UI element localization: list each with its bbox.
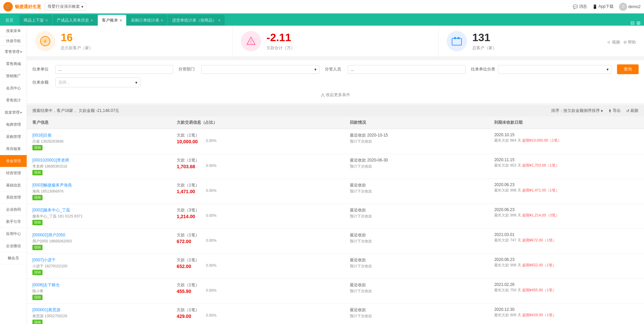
customer-tag-5: 现销 [32, 270, 43, 275]
debt-info-5: 欠款（1笔） 652.00 0.00% [177, 257, 350, 275]
overdue-link-1[interactable]: 超期¥1,703.68（1笔） [522, 163, 559, 167]
refresh-btn[interactable]: ↺ 刷新 [626, 108, 639, 114]
sidebar-item-retail-stats[interactable]: 零售统计 [0, 94, 27, 107]
debt-amount-5: 652.00 [177, 264, 199, 269]
filter-dept-input[interactable]: ▾ [201, 65, 319, 74]
overdue-link-2[interactable]: 超期¥1,471.00（1笔） [522, 188, 559, 192]
sidebar-item-ecommerce[interactable]: 电商管理 [0, 119, 27, 131]
view-btn[interactable]: ⊙ 视频 [607, 39, 620, 45]
stat-card-1: ¥ 16 总欠款客户（家） [27, 26, 233, 57]
overdue-link-3[interactable]: 超期¥1,214.00（3笔） [522, 213, 559, 217]
customer-name-2[interactable]: [0003]畅捷服务尹海燕 [32, 183, 72, 187]
sidebar-item-enterprise-coop[interactable]: 企业协同 [0, 204, 27, 216]
customer-name-7[interactable]: [000001]黄思源 [32, 307, 60, 312]
stat-card-2: ! -2.11 欠款合计（万） [233, 26, 439, 57]
store-select[interactable]: 母婴行业演示账套 ▾ [45, 3, 86, 10]
tab-minimize-icon[interactable]: ⊟ [631, 20, 635, 26]
sidebar-item-app-center[interactable]: 应用中心 [0, 228, 27, 240]
sidebar-item-marketing[interactable]: 营销推广 [0, 70, 27, 82]
tab-home[interactable]: 首页 [0, 15, 19, 26]
table-row: [0002]服务中心_丁磊 服务中心_丁磊 181 0125 8371 现销 欠… [27, 204, 644, 229]
customer-name-0[interactable]: [0016]吕俊 [32, 133, 52, 138]
chevron-down-icon: ▾ [20, 50, 22, 54]
filter-person-input[interactable]: ... [348, 65, 466, 74]
help-btn[interactable]: ⊘ 帮助 [623, 39, 636, 45]
svg-text:¥: ¥ [44, 38, 47, 44]
sidebar-item-operations[interactable]: 经营管理 [0, 167, 27, 179]
stat-label-1: 总欠款客户（家） [61, 45, 93, 51]
filter-balance-input[interactable]: 选择... ▾ [55, 78, 140, 87]
return-next-5: 预计下次收款 [350, 264, 494, 269]
collapse-row[interactable]: ⋀ 收起更多条件 [32, 91, 639, 99]
table-row: [0007]小进干 小进干 18279152100 现销 欠款（1笔） 652.… [27, 254, 644, 279]
table-row: [0006]去下粮仓 陈小希 现销 欠款（1笔） 455.90 0.00% 最近… [27, 279, 644, 304]
search-button[interactable]: 查询 [617, 64, 639, 74]
sidebar-item-retail-mgmt[interactable]: 零售管理 ▾ [0, 46, 27, 58]
filter-category-input[interactable]: ▾ [498, 65, 612, 74]
customer-name-5[interactable]: [0007]小进干 [32, 258, 56, 262]
due-overdue-3: 最长欠款 998 天 超期¥1,214.00（3笔） [494, 213, 639, 218]
sidebar-item-enterprise-wechat[interactable]: 企业微信 [0, 240, 27, 252]
chevron-down-icon: ▾ [314, 67, 316, 72]
sidebar-item-warehouse[interactable]: 库存核算 [0, 143, 27, 155]
return-info-1: 最近收款 2020-06-30 预计下次收款 [350, 157, 494, 175]
tab-maximize-icon[interactable]: ⊞ [637, 20, 641, 26]
return-date-4: 最近收款 [350, 232, 494, 238]
tab-purchase-summary[interactable]: 采购订单统计表 ✕ [127, 15, 167, 26]
sidebar-item-purchase-mgmt[interactable]: 采购管理 [0, 131, 27, 143]
debt-count-6: 欠款（1笔） [177, 282, 199, 288]
debt-details-7: 欠款（1笔） 429.00 [177, 307, 199, 319]
sidebar-item-member[interactable]: 会员中心 [0, 82, 27, 94]
overdue-link-6[interactable]: 超期¥455.90（1笔） [522, 288, 556, 292]
tab-products-off-close[interactable]: ✕ [45, 19, 48, 22]
stat-label-2: 欠款合计（万） [267, 45, 295, 51]
debt-amount-1: 1,703.68 [177, 164, 199, 169]
filter-supplier-input[interactable]: ... [55, 65, 173, 74]
sidebar-item-retail-mall[interactable]: 零售商城 [0, 58, 27, 70]
sort-btn[interactable]: 排序：按欠款金额倒序排序 ▾ [551, 108, 603, 114]
tab-stock-summary-close[interactable]: ✕ [218, 19, 221, 22]
customer-name-3[interactable]: [0002]服务中心_丁磊 [32, 208, 70, 212]
debt-row-6: 欠款（1笔） 455.90 0.00% [177, 282, 350, 294]
tab-customer-account[interactable]: 客户账本 ✕ [98, 15, 126, 26]
overdue-link-7[interactable]: 超期¥429.00（1笔） [522, 313, 556, 317]
stat-value-2: -2.11 [267, 31, 295, 44]
customer-sub-1: 李老师 18600391516 [32, 164, 177, 169]
sidebar-item-finance[interactable]: 资金管理 [0, 155, 27, 167]
return-info-0: 最近收款 2020-10-15 预计下次收款 [350, 132, 494, 150]
chevron-down-icon: ▾ [81, 4, 83, 9]
tab-production-history[interactable]: 产成品入库单历史 ✕ [53, 15, 97, 26]
overdue-link-0[interactable]: 超期¥10,000.00（1笔） [522, 138, 561, 142]
sidebar-item-vip[interactable]: 畅会员 [0, 252, 27, 264]
due-date-5: 2020.06.23 [494, 257, 639, 262]
sidebar-item-new-guide[interactable]: 新手引导 [0, 216, 27, 228]
overdue-link-5[interactable]: 超期¥652.00（1笔） [522, 263, 556, 267]
tab-customer-account-close[interactable]: ✕ [119, 19, 122, 22]
customer-name-6[interactable]: [0006]去下粮仓 [32, 283, 60, 287]
tab-production-history-close[interactable]: ✕ [90, 19, 93, 22]
tab-stock-summary[interactable]: 进货单统计表（按商品） ✕ [168, 15, 225, 26]
sidebar-quick-nav[interactable]: 快捷导航 [0, 36, 27, 46]
customer-name-4[interactable]: [000002]用户2050 [32, 233, 65, 237]
sidebar-item-system[interactable]: 系统管理 [0, 192, 27, 204]
app-download-btn[interactable]: 📱 App下载 [592, 4, 614, 9]
customer-name-1[interactable]: [0001020001]李老师 [32, 158, 69, 163]
debt-count-1: 欠款（1笔） [177, 157, 199, 163]
tab-customer-account-label: 客户账本 [102, 18, 118, 23]
debt-row-5: 欠款（1笔） 652.00 0.00% [177, 257, 350, 269]
sidebar-search[interactable]: 搜索菜单 [0, 26, 27, 36]
debt-amount-3: 1,214.00 [177, 214, 199, 219]
sidebar-item-batch-mgmt[interactable]: 批发管理 ▾ [0, 107, 27, 119]
overdue-link-4[interactable]: 超期¥672.00（1笔） [522, 238, 556, 242]
refresh-label: 刷新 [631, 108, 639, 114]
customer-tag-1: 现销 [32, 170, 43, 175]
export-btn[interactable]: ⬆ 导出 [608, 108, 621, 114]
debt-percent-4: 0.00% [206, 238, 217, 242]
message-btn[interactable]: 💬 消息 [573, 4, 587, 9]
stat-info-1: 16 总欠款客户（家） [61, 31, 93, 51]
tab-products-off[interactable]: 商品上下架 ✕ [20, 15, 52, 26]
user-avatar-area[interactable]: D demo2 [619, 3, 641, 11]
filter-balance-label: 往来余额 [32, 80, 53, 85]
tab-purchase-summary-close[interactable]: ✕ [161, 19, 163, 22]
sidebar-item-basic-info[interactable]: 基础信息 [0, 179, 27, 192]
